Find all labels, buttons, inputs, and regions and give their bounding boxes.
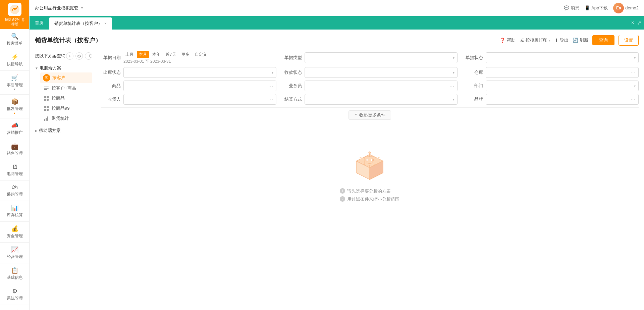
export-btn[interactable]: ⬇ 导出 — [554, 37, 569, 43]
tree-item-by-product-99[interactable]: 按商品99 — [40, 103, 92, 113]
refresh-label: 刷新 — [580, 37, 588, 43]
product99-icon — [43, 105, 50, 112]
marketing-icon: 📣 — [11, 122, 18, 129]
sidebar-item-inventory[interactable]: 📊 库存核算 — [0, 201, 30, 222]
collect-status-dropdown[interactable]: ▾ — [305, 67, 458, 78]
customer-scheme-icon: 客 — [43, 74, 50, 82]
sidebar-item-finance[interactable]: 💰 资金管理 — [0, 222, 30, 243]
scheme-settings-btn[interactable]: ⚙ — [75, 52, 83, 60]
tab-close-btn[interactable]: × — [104, 21, 107, 26]
sidebar-label-basic: 基础信息 — [7, 275, 23, 280]
sidebar-item-search[interactable]: 🔍 搜索菜单 — [0, 29, 30, 50]
sidebar-item-wholesale[interactable]: 📦 批发管理 ▲ — [0, 95, 30, 118]
retail-icon: 🛒 — [11, 74, 18, 82]
svg-rect-11 — [44, 109, 46, 111]
consignee-dropdown[interactable]: ··· — [123, 94, 276, 105]
brand-control: ··· — [486, 94, 639, 105]
department-label: 部门 — [463, 83, 483, 89]
sidebar-item-cooperation[interactable]: 🤝 企业协同 — [0, 305, 30, 310]
order-type-dropdown[interactable]: ▾ — [305, 52, 458, 63]
user-profile[interactable]: Ea demo2 — [613, 3, 639, 13]
settings-btn[interactable]: 设置 — [619, 35, 639, 46]
panel-actions: + ⚙ 《 — [66, 52, 92, 60]
tree-item-return-stats[interactable]: 退货统计 — [40, 113, 92, 123]
sidebar-item-operation[interactable]: 📈 经营管理 — [0, 243, 30, 263]
tree-parent-mobile[interactable]: ▶ 移动端方案 — [35, 126, 92, 135]
payment-control: ▾ — [305, 94, 458, 105]
warehouse-dropdown[interactable]: ··· — [486, 67, 639, 78]
template-print-btn[interactable]: 🖨 按模板打印 ▾ — [520, 37, 550, 43]
sidebar-item-basic[interactable]: 📋 基础信息 — [0, 263, 30, 284]
add-scheme-btn[interactable]: + — [66, 52, 73, 60]
sidebar-item-ecommerce[interactable]: 🖥 电商管理 — [0, 160, 30, 180]
out-status-dropdown[interactable]: ▾ — [123, 67, 276, 78]
sidebar-item-retail[interactable]: 🛒 零售管理 ▼ — [0, 71, 30, 95]
date-tab-more[interactable]: 更多 — [179, 51, 192, 58]
collapse-icon: 《 — [87, 53, 91, 59]
query-btn[interactable]: 查询 — [592, 35, 614, 45]
product-dropdown[interactable]: ··· — [123, 81, 276, 91]
template-print-label: 按模板打印 — [526, 37, 547, 43]
message-btn[interactable]: 💬 消息 — [564, 5, 579, 11]
export-icon: ⬇ — [554, 38, 558, 43]
payment-dropdown[interactable]: ▾ — [305, 94, 458, 105]
logo-icon — [8, 3, 21, 16]
customer-product-label: 按客户+商品 — [52, 85, 76, 91]
consignee-dots: ··· — [268, 97, 273, 102]
app-download-label: App下载 — [591, 5, 608, 11]
tip-text-1: 请先选择要分析的方案 — [347, 188, 391, 194]
date-tabs: 上月 本月 本年 近7天 更多 自定义 — [123, 51, 276, 58]
brand-dropdown[interactable]: ··· — [486, 94, 639, 105]
tree-parent-desktop[interactable]: ▼ 电脑端方案 — [35, 64, 92, 72]
date-tab-lastmonth[interactable]: 上月 — [123, 51, 136, 58]
tab-close-all-btn[interactable]: × — [631, 20, 634, 26]
date-tab-thismonth[interactable]: 本月 — [137, 51, 149, 58]
home-tab-label: 首页 — [35, 20, 44, 26]
sidebar-item-marketing[interactable]: 📣 营销推广 — [0, 118, 30, 139]
tree-item-by-customer-product[interactable]: 按客户+商品 — [40, 83, 92, 93]
search-icon: 🔍 — [11, 33, 18, 40]
order-type-arrow: ▾ — [453, 56, 454, 60]
filter-warehouse: 仓库 ··· — [463, 67, 639, 78]
system-icon: ⚙ — [12, 288, 17, 295]
tab-maximize-btn[interactable]: ⤢ — [637, 20, 641, 26]
sidebar-label-purchase: 采购管理 — [7, 192, 23, 197]
salesman-dropdown[interactable]: ··· — [305, 81, 458, 91]
consignee-label: 收货人 — [101, 96, 121, 102]
date-tab-thisyear[interactable]: 本年 — [150, 51, 162, 58]
tree-item-by-customer[interactable]: 客 按客户 — [40, 72, 92, 83]
tab-active[interactable]: 销货单统计表（按客户） × — [49, 17, 112, 30]
refresh-btn[interactable]: 🔄 刷新 — [573, 37, 588, 43]
tab-home[interactable]: 首页 — [30, 16, 49, 30]
date-tab-last7days[interactable]: 近7天 — [164, 51, 178, 58]
sidebar-item-purchase[interactable]: 🛍 采购管理 — [0, 180, 30, 201]
department-dropdown[interactable]: ▾ — [486, 81, 639, 91]
collapse-row: ⌃ 收起更多条件 — [101, 107, 639, 122]
header-title: 办公用品行业模拟账套 — [35, 5, 78, 11]
help-btn[interactable]: ❓ 帮助 — [500, 37, 516, 43]
sidebar-item-sales[interactable]: 💼 销售管理 — [0, 139, 30, 160]
app-download-btn[interactable]: 📱 App下载 — [585, 5, 608, 11]
collapse-panel-btn[interactable]: 《 — [85, 52, 92, 60]
tree-parent-mobile-label: 移动端方案 — [39, 127, 61, 134]
svg-rect-10 — [47, 106, 49, 108]
order-status-dropdown[interactable]: ▾ — [486, 52, 639, 63]
user-name: demo2 — [625, 5, 639, 10]
date-tab-custom[interactable]: 自定义 — [193, 51, 209, 58]
ecommerce-icon: 🖥 — [12, 163, 18, 170]
collapse-btn[interactable]: ⌃ 收起更多条件 — [348, 110, 391, 120]
sidebar-item-quicknav[interactable]: ⚡ 快捷导航 — [0, 50, 30, 71]
header-dropdown-icon[interactable]: ▾ — [81, 6, 83, 10]
payment-arrow: ▾ — [453, 98, 454, 101]
collect-status-arrow: ▾ — [453, 71, 454, 74]
page-inner: 销货单统计表（按客户） ❓ 帮助 🖨 按模板打印 ▾ ⬇ 导出 — [30, 30, 644, 310]
filter-brand: 品牌 ··· — [463, 94, 639, 105]
tree-arrow-down: ▼ — [35, 66, 38, 70]
tree-item-by-product[interactable]: 按商品 — [40, 93, 92, 103]
payment-label: 结算方式 — [282, 96, 302, 102]
svg-rect-14 — [46, 118, 47, 121]
export-label: 导出 — [560, 37, 569, 43]
sidebar-item-system[interactable]: ⚙ 系统管理 — [0, 284, 30, 305]
split-layout: 按以下方案查询 + ⚙ 《 — [35, 51, 639, 224]
filter-order-status: 单据状态 ▾ — [463, 51, 639, 64]
